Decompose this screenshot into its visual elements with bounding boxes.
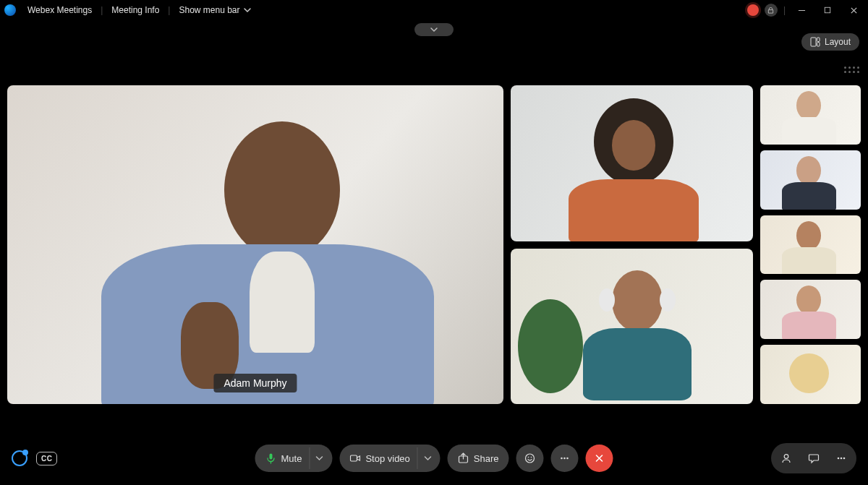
control-bar-left: CC (12, 450, 57, 466)
panels-more-button[interactable] (829, 446, 854, 471)
secondary-column (511, 85, 753, 404)
show-menu-bar-button[interactable]: Show menu bar (171, 4, 258, 17)
chevron-down-icon (423, 454, 432, 463)
svg-point-9 (531, 457, 532, 458)
closed-captions-button[interactable]: CC (36, 452, 57, 465)
svg-rect-0 (825, 7, 830, 13)
more-options-button[interactable] (551, 445, 579, 472)
record-indicator-icon[interactable] (747, 4, 759, 16)
drag-handle[interactable] (844, 66, 859, 73)
expand-panel-button[interactable] (414, 23, 454, 36)
video-options-button[interactable] (417, 447, 438, 469)
window-close-button[interactable] (843, 2, 864, 18)
svg-point-7 (526, 454, 535, 463)
webex-logo-icon (4, 4, 16, 16)
title-bar-left: Webex Meetings | Meeting Info | Show men… (4, 4, 259, 17)
title-bar-right: | (747, 2, 864, 18)
meeting-info-button[interactable]: Meeting Info (104, 4, 166, 17)
svg-point-12 (566, 458, 569, 460)
svg-point-15 (841, 458, 843, 460)
stop-video-button[interactable]: Stop video (339, 445, 440, 472)
svg-point-14 (838, 458, 840, 460)
cc-label: CC (41, 455, 52, 463)
svg-rect-2 (817, 38, 820, 42)
stop-video-label: Stop video (365, 453, 409, 464)
participant-thumbnail[interactable] (760, 280, 861, 339)
window-minimize-button[interactable] (791, 2, 812, 18)
svg-point-8 (528, 457, 529, 458)
speaker-name: Adam Murphy (224, 377, 286, 389)
participant-thumbnail[interactable] (760, 150, 861, 210)
chevron-down-icon (430, 25, 438, 34)
share-button[interactable]: Share (448, 445, 509, 472)
webex-assistant-icon[interactable] (12, 450, 27, 466)
smile-icon (524, 452, 536, 464)
layout-button-label: Layout (825, 37, 851, 47)
video-stage: Adam Murphy (7, 85, 861, 404)
control-bar-right (771, 443, 856, 473)
close-icon (594, 452, 605, 464)
microphone-icon (265, 452, 276, 464)
mute-button[interactable]: Mute (255, 445, 332, 472)
participant-thumbnail[interactable] (760, 215, 861, 275)
svg-rect-3 (817, 43, 820, 47)
participant-tile[interactable] (511, 249, 753, 405)
title-bar: Webex Meetings | Meeting Info | Show men… (0, 0, 868, 20)
participant-tile[interactable] (511, 85, 753, 241)
svg-rect-4 (269, 454, 272, 460)
video-icon (349, 452, 361, 464)
layout-button[interactable]: Layout (801, 33, 859, 51)
thumbnail-strip (760, 85, 861, 404)
participant-thumbnail[interactable] (760, 85, 861, 145)
mute-label: Mute (281, 453, 302, 464)
svg-point-10 (561, 458, 563, 460)
svg-rect-1 (811, 38, 816, 46)
window-maximize-button[interactable] (817, 2, 838, 18)
participants-panel-button[interactable] (774, 446, 799, 471)
control-bar: CC Mute Stop video Share (0, 432, 868, 485)
more-horizontal-icon (559, 452, 571, 464)
share-label: Share (474, 453, 499, 464)
speaker-name-chip: Adam Murphy (213, 374, 297, 392)
active-speaker-tile[interactable]: Adam Murphy (7, 85, 503, 404)
share-icon (458, 452, 469, 464)
svg-point-16 (843, 458, 846, 460)
chat-icon (808, 452, 820, 464)
svg-point-11 (563, 458, 566, 460)
participants-icon (780, 452, 792, 464)
chevron-down-icon (315, 454, 324, 463)
app-name: Webex Meetings (20, 4, 99, 17)
svg-rect-5 (350, 455, 357, 461)
end-meeting-button[interactable] (586, 445, 613, 472)
separator: | (166, 5, 171, 15)
lock-icon[interactable] (765, 4, 778, 17)
participant-thumbnail[interactable] (760, 345, 861, 404)
svg-point-13 (784, 455, 788, 459)
mute-options-button[interactable] (309, 447, 329, 469)
control-bar-center: Mute Stop video Share (255, 445, 613, 472)
layout-icon (810, 37, 820, 47)
reactions-button[interactable] (516, 445, 544, 472)
chat-panel-button[interactable] (801, 446, 826, 471)
more-horizontal-icon (835, 452, 847, 464)
chevron-down-icon (243, 6, 252, 14)
show-menu-bar-label: Show menu bar (179, 5, 239, 15)
separator: | (99, 5, 104, 15)
